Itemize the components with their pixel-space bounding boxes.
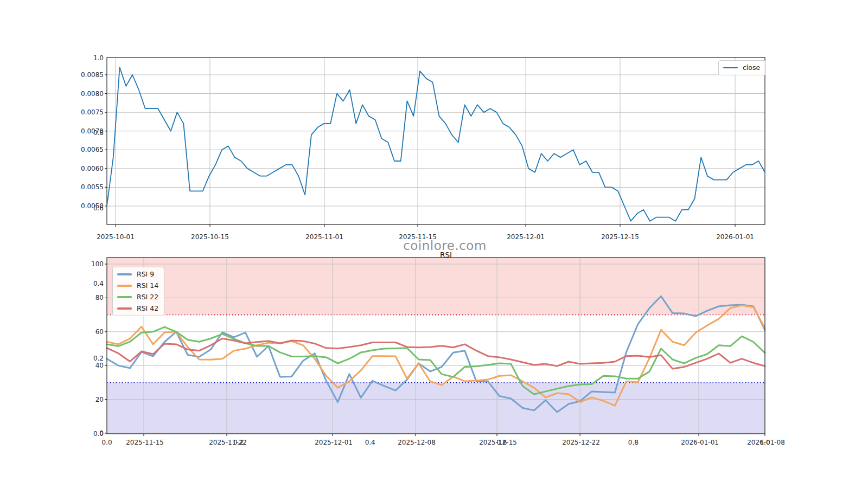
hidden-axis-y-label: 0.2 [93,355,104,362]
rsi-x-tick-label: 2025-12-08 [398,439,436,446]
oversold-band [107,382,765,434]
legend-label: RSI 42 [137,305,158,312]
close-line [107,67,765,221]
hidden-axis-y-label: 0.0 [93,431,104,437]
rsi-line-swatch [117,296,132,298]
overbought-band [107,258,765,315]
rsi-y-tick-label: 100 [91,261,104,267]
price-x-tick-label: 2025-12-01 [507,234,545,240]
figure: 2025-10-012025-10-152025-11-012025-11-15… [0,0,868,488]
price-y-tick-label: 0.0075 [81,109,104,115]
rsi-x-tick-label: 2025-11-15 [126,439,164,446]
price-y-tick-label: 0.0080 [81,91,104,97]
price-y-tick-label: 0.0060 [81,165,104,172]
price-legend: close [718,60,766,75]
hidden-axis-x-label: 1.0 [760,439,770,446]
hidden-axis-y-label: 1.0 [93,55,104,61]
hidden-axis-x-label: 0.6 [496,439,507,446]
rsi-chart-title: RSI [440,251,452,259]
price-x-tick-label: 2025-10-01 [97,234,135,240]
rsi-x-tick-label: 2025-12-01 [315,439,353,446]
rsi-y-tick-label: 80 [95,294,104,301]
rsi-y-tick-label: 60 [95,329,104,335]
price-x-tick-label: 2026-01-01 [716,234,754,240]
price-y-tick-label: 0.0055 [81,184,104,190]
rsi-y-tick-label: 40 [95,362,104,369]
legend-label-close: close [743,65,760,72]
rsi-line-swatch [117,273,132,275]
price-y-tick-label: 0.0065 [81,146,104,153]
rsi-y-tick-label: 20 [95,396,104,403]
hidden-axis-y-label: 0.8 [93,130,104,136]
price-plot-border [107,57,765,224]
price-y-tick-label: 0.0085 [81,72,104,78]
legend-label: RSI 14 [137,282,158,290]
price-x-tick-label: 2025-11-01 [305,234,343,240]
rsi-x-tick-label: 2026-01-01 [681,439,719,446]
rsi-x-tick-label: 2025-12-22 [562,439,600,446]
rsi-line-swatch [117,307,132,310]
legend-label: RSI 9 [137,271,154,278]
legend-label: RSI 22 [137,294,158,301]
price-x-tick-label: 2025-12-15 [601,234,639,240]
legend-item-rsi-22: RSI 22 [117,293,158,301]
rsi-line-swatch [117,285,132,287]
hidden-axis-x-label: 0.4 [365,439,375,446]
hidden-axis-y-label: 0.6 [93,205,104,211]
rsi-legend: RSI 9RSI 14RSI 22RSI 42 [112,267,164,316]
hidden-axis-x-label: 0.8 [628,439,639,446]
hidden-axis-y-label: 0.4 [93,280,104,287]
legend-item-rsi-14: RSI 14 [117,281,158,290]
legend-item-close: close [723,63,760,72]
legend-item-rsi-42: RSI 42 [117,304,158,313]
hidden-axis-x-label: 0.0 [101,439,112,446]
price-x-tick-label: 2025-10-15 [191,234,229,240]
close-line-swatch [723,67,738,69]
hidden-axis-x-label: 0.2 [233,439,244,446]
legend-item-rsi-9: RSI 9 [117,270,158,279]
